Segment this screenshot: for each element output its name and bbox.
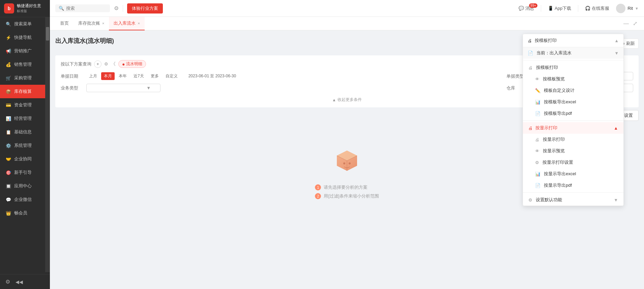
- date-btn-this-year[interactable]: 本年: [116, 72, 129, 80]
- sidebar-item-inventory[interactable]: 📦 库存核算: [0, 85, 50, 98]
- tab-home[interactable]: 首页: [55, 17, 74, 30]
- tab-inventory-batch[interactable]: 库存批次账 ×: [74, 17, 109, 30]
- sidebar-item-system[interactable]: ⚙️ 系统管理: [0, 139, 50, 152]
- display-print-item[interactable]: 🖨 按显示打印: [523, 134, 623, 145]
- sidebar-label-apps: 应用中心: [14, 183, 32, 189]
- template-excel-item[interactable]: 📊 按模板导出excel: [523, 96, 623, 108]
- template-preview-icon: 👁: [535, 77, 539, 82]
- guide-icon: 🎯: [5, 169, 11, 176]
- message-button[interactable]: 💬 消息 99+: [519, 5, 534, 11]
- sidebar-item-finance[interactable]: 💳 资金管理: [0, 98, 50, 112]
- sidebar-label-purchase: 采购管理: [14, 75, 32, 81]
- sidebar-item-guide[interactable]: 🎯 新手引导: [0, 166, 50, 179]
- current-item-icon: 📄: [528, 51, 533, 56]
- finance-icon: 💳: [5, 102, 11, 108]
- filter-tag-label: 流水明细: [126, 61, 142, 67]
- dropdown-collapse-icon[interactable]: ▲: [614, 38, 619, 43]
- display-preview-item[interactable]: 👁 按显示预览: [523, 145, 623, 157]
- dropdown-current-item[interactable]: 📄 当前：出入库流水 ▼: [523, 47, 623, 59]
- tabbar: 首页 库存批次账 × 出入库流水 × — ⤢: [50, 17, 644, 30]
- date-btn-custom[interactable]: 自定义: [163, 72, 180, 80]
- tab-inventory-batch-close[interactable]: ×: [102, 21, 104, 25]
- template-pdf-icon: 📄: [535, 111, 540, 116]
- sidebar-item-quicknav[interactable]: ⚡ 快捷导航: [0, 31, 50, 44]
- template-preview-item[interactable]: 👁 按模板预览: [523, 73, 623, 85]
- search-nav-icon: 🔍: [5, 21, 11, 27]
- display-excel-label: 按显示导出excel: [544, 171, 576, 177]
- date-btn-more[interactable]: 更多: [148, 72, 162, 80]
- sidebar-label-guide: 新手引导: [14, 169, 32, 176]
- sidebar-item-apps[interactable]: 🔲 应用中心: [0, 179, 50, 193]
- collapse-label: 收起更多条件: [338, 97, 362, 103]
- dropdown-header: 🖨 按模板打印 ▲: [523, 34, 623, 47]
- system-icon: ⚙️: [5, 142, 11, 149]
- sidebar-scrollbar-thumb: [46, 27, 49, 41]
- display-print-settings-item[interactable]: ⚙ 按显示打印设置: [523, 157, 623, 168]
- sidebar-label-sales: 销售管理: [14, 61, 32, 68]
- empty-illustration: [330, 144, 364, 178]
- marketing-icon: 📢: [5, 48, 11, 54]
- sidebar-item-member[interactable]: 👑 畅会员: [0, 206, 50, 220]
- tab-inventory-flow[interactable]: 出入库流水 ×: [109, 17, 144, 30]
- collapse-sidebar-icon[interactable]: ◀◀: [16, 279, 23, 285]
- template-custom-item[interactable]: ✏️ 模板自定义设计: [523, 85, 623, 96]
- sidebar-item-operation[interactable]: 📊 经营管理: [0, 112, 50, 125]
- topbar-right: 💬 消息 99+ 📱 App下载 🎧 在线客服 Rit ▼: [519, 4, 639, 13]
- display-print-section: 🖨 按显示打印 ▲ 🖨 按显示打印 👁 按显示预览 ⚙ 按显示打印设置 📊 按显…: [523, 122, 623, 191]
- topbar-search-box[interactable]: 🔍: [55, 4, 110, 12]
- tab-minimize-icon[interactable]: —: [622, 21, 630, 27]
- biz-type-arrow-icon: ▼: [146, 85, 151, 90]
- empty-step-1: 1 请先选择要分析的方案: [315, 184, 379, 190]
- sidebar-label-wechat: 企业微信: [14, 196, 32, 203]
- empty-step2-label: 用[过滤]条件来缩小分析范围: [324, 193, 379, 199]
- date-btn-this-month[interactable]: 本月: [101, 72, 115, 80]
- display-print-section-label: 按显示打印: [535, 125, 557, 131]
- template-print-item[interactable]: 🖨 按模板打印: [523, 62, 623, 73]
- trial-button[interactable]: 体验行业方案: [127, 3, 163, 14]
- sidebar-item-marketing[interactable]: 📢 营销推广: [0, 44, 50, 58]
- topbar-gear-icon[interactable]: ⚙: [114, 5, 119, 11]
- app-download-icon: 📱: [548, 6, 553, 11]
- collapse-filter-button[interactable]: ▲ 收起更多条件: [332, 97, 362, 103]
- settings-bottom-icon[interactable]: ⚙: [5, 279, 10, 285]
- sidebar-item-purchase[interactable]: 🛒 采购管理: [0, 71, 50, 85]
- sidebar-item-wechat[interactable]: 💬 企业微信: [0, 193, 50, 206]
- app-download-button[interactable]: 📱 App下载: [548, 5, 571, 11]
- template-pdf-item[interactable]: 📄 按模板导出pdf: [523, 108, 623, 119]
- sidebar-item-enterprise[interactable]: 🤝 企业协同: [0, 152, 50, 166]
- sidebar-item-search[interactable]: 🔍 搜索菜单: [0, 17, 50, 31]
- sidebar-item-sales[interactable]: 💰 销售管理: [0, 58, 50, 71]
- topbar-divider: [123, 5, 123, 12]
- current-item-label: 当前：出入库流水: [536, 50, 572, 56]
- display-print-section-header[interactable]: 🖨 按显示打印 ▲: [523, 122, 623, 134]
- set-default-item[interactable]: ⚙ 设置默认功能 ▼: [523, 194, 623, 206]
- filter-add-button[interactable]: +: [94, 60, 101, 68]
- logo-icon: b: [4, 3, 14, 14]
- display-pdf-item[interactable]: 📄 按显示导出pdf: [523, 180, 623, 191]
- tab-inventory-flow-close[interactable]: ×: [138, 21, 140, 25]
- empty-step-2: 2 用[过滤]条件来缩小分析范围: [315, 193, 379, 199]
- display-excel-item[interactable]: 📊 按显示导出excel: [523, 168, 623, 180]
- sidebar-scrollbar[interactable]: [45, 17, 50, 272]
- filter-settings-icon[interactable]: ⚙: [104, 61, 108, 67]
- online-service-button[interactable]: 🎧 在线客服: [585, 5, 609, 11]
- display-print-settings-label: 按显示打印设置: [543, 159, 573, 165]
- date-btn-last-month[interactable]: 上月: [86, 72, 100, 80]
- divider-1: [523, 60, 623, 60]
- date-range-display: 2023-06-01 至 2023-06-30: [188, 73, 236, 79]
- tab-actions: — ⤢: [622, 20, 639, 27]
- date-options: 上月 本月 本年 近7天 更多 自定义: [86, 72, 180, 80]
- search-input[interactable]: [66, 6, 107, 11]
- display-print-action-label: 按显示打印: [543, 136, 565, 142]
- logo-area: b 畅捷通好生意 标准版: [0, 0, 50, 17]
- inventory-icon: 📦: [5, 88, 11, 95]
- biz-type-select[interactable]: ▼: [86, 84, 160, 92]
- user-menu[interactable]: Rit ▼: [616, 4, 639, 13]
- filter-collapse-icon[interactable]: 《: [111, 61, 116, 67]
- tab-maximize-icon[interactable]: ⤢: [632, 20, 639, 27]
- filter-tag-active[interactable]: ● 流水明细: [118, 60, 146, 68]
- sidebar-label-marketing: 营销推广: [14, 48, 32, 54]
- date-btn-7days[interactable]: 近7天: [131, 72, 147, 80]
- template-print-icon: 🖨: [528, 65, 533, 70]
- sidebar-item-base[interactable]: 📋 基础信息: [0, 125, 50, 139]
